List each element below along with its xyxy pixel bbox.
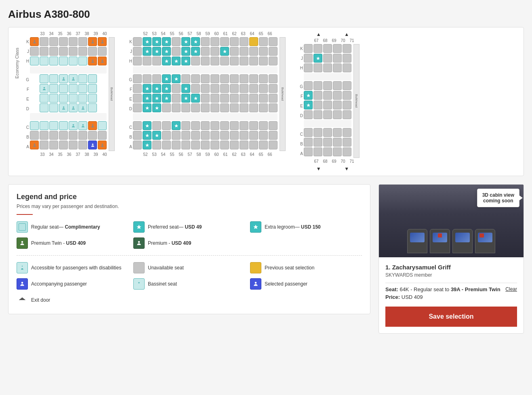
seat[interactable] <box>30 131 39 140</box>
accessible-label: Accessible for passengers with disabilit… <box>31 265 121 271</box>
seat[interactable] <box>40 57 48 65</box>
seat[interactable] <box>59 131 68 140</box>
exit-icon <box>17 294 28 306</box>
seat[interactable] <box>88 84 97 93</box>
seat[interactable] <box>88 47 97 56</box>
seat[interactable] <box>40 74 48 83</box>
seat[interactable] <box>49 84 58 93</box>
seat[interactable] <box>88 94 97 103</box>
seat[interactable] <box>69 121 78 130</box>
seat[interactable] <box>78 103 87 112</box>
row-letters-left: K J H G F E D C B A <box>23 37 29 151</box>
seat[interactable] <box>59 74 68 83</box>
cabin-image: 3D cabin viewcoming soon <box>379 185 524 257</box>
svg-point-11 <box>72 124 74 126</box>
seat[interactable] <box>40 103 48 112</box>
seat[interactable] <box>40 141 48 149</box>
clear-button[interactable]: Clear <box>505 286 517 292</box>
seat[interactable] <box>69 74 78 83</box>
seat[interactable] <box>59 103 68 112</box>
seat[interactable] <box>88 121 97 130</box>
seat[interactable] <box>49 57 58 65</box>
seat[interactable] <box>88 103 97 112</box>
seat[interactable] <box>49 37 58 46</box>
seat[interactable] <box>30 141 39 149</box>
row-E-right <box>304 101 351 109</box>
seat[interactable] <box>59 37 68 46</box>
seat[interactable] <box>78 131 87 140</box>
preferred-icon <box>133 221 145 233</box>
seat[interactable] <box>40 131 48 140</box>
seat[interactable] <box>78 37 87 46</box>
seat[interactable] <box>59 121 68 130</box>
seat[interactable] <box>78 47 87 56</box>
seat[interactable] <box>59 84 68 93</box>
seat[interactable] <box>69 57 78 65</box>
seat[interactable] <box>98 141 107 149</box>
seat[interactable] <box>49 121 58 130</box>
seat[interactable] <box>49 141 58 149</box>
cabin-seat-3 <box>452 229 473 253</box>
seat[interactable] <box>49 74 58 83</box>
seat[interactable] <box>78 121 87 130</box>
seat[interactable] <box>88 131 97 140</box>
seat[interactable] <box>69 103 78 112</box>
seat[interactable] <box>40 121 48 130</box>
save-selection-button[interactable]: Save selection <box>385 307 517 327</box>
seat[interactable] <box>30 121 39 130</box>
seat[interactable] <box>49 94 58 103</box>
seat[interactable] <box>59 57 68 65</box>
seat[interactable] <box>78 141 87 149</box>
seat[interactable] <box>40 84 48 93</box>
seat[interactable] <box>30 37 39 46</box>
seat[interactable] <box>49 131 58 140</box>
seat[interactable] <box>78 74 87 83</box>
svg-point-3 <box>92 59 93 61</box>
seat[interactable] <box>98 47 107 56</box>
seat[interactable] <box>30 47 39 56</box>
seatmap-sections: Economy Class 33 34 35 36 37 38 39 40 <box>15 32 517 172</box>
row-F-left <box>30 84 107 93</box>
seat-39A-selected[interactable] <box>88 141 97 149</box>
seat[interactable] <box>69 94 78 103</box>
seat[interactable] <box>98 57 107 65</box>
seat[interactable] <box>88 37 97 46</box>
premium-twin-icon <box>17 237 28 249</box>
seat[interactable] <box>69 37 78 46</box>
row-C-left <box>30 121 107 130</box>
bk-right-top <box>304 73 351 80</box>
seat[interactable] <box>59 94 68 103</box>
seat[interactable] <box>98 121 107 130</box>
seat[interactable] <box>49 103 58 112</box>
seat[interactable] <box>78 84 87 93</box>
seat[interactable] <box>78 57 87 65</box>
row-B-right <box>304 138 351 147</box>
seats-middle <box>133 37 278 149</box>
bulkhead-mid-bot <box>133 113 278 120</box>
arrow-down-67: ▼ <box>316 166 321 172</box>
seat[interactable] <box>40 94 48 103</box>
seat[interactable] <box>88 74 97 83</box>
seat[interactable] <box>59 47 68 56</box>
seat[interactable] <box>69 141 78 149</box>
seat[interactable] <box>49 47 58 56</box>
seat[interactable] <box>69 47 78 56</box>
seat[interactable] <box>98 37 107 46</box>
seat[interactable] <box>59 141 68 149</box>
seat[interactable] <box>88 57 97 65</box>
legend-preferred: Preferred seat— USD 49 <box>133 221 245 233</box>
seat[interactable] <box>40 37 48 46</box>
seat[interactable] <box>98 131 107 140</box>
seat[interactable] <box>78 94 87 103</box>
row-C-mid <box>133 121 278 130</box>
row-G-left <box>30 74 107 83</box>
seat[interactable] <box>69 84 78 93</box>
seat[interactable] <box>69 131 78 140</box>
regular-label: Regular seat— Complimentary <box>31 224 100 230</box>
svg-point-16 <box>101 143 103 145</box>
seat[interactable] <box>30 57 39 65</box>
seat[interactable] <box>40 47 48 56</box>
svg-point-20 <box>21 282 23 284</box>
previous-label: Previous seat selection <box>265 265 314 271</box>
previous-icon <box>250 262 261 273</box>
